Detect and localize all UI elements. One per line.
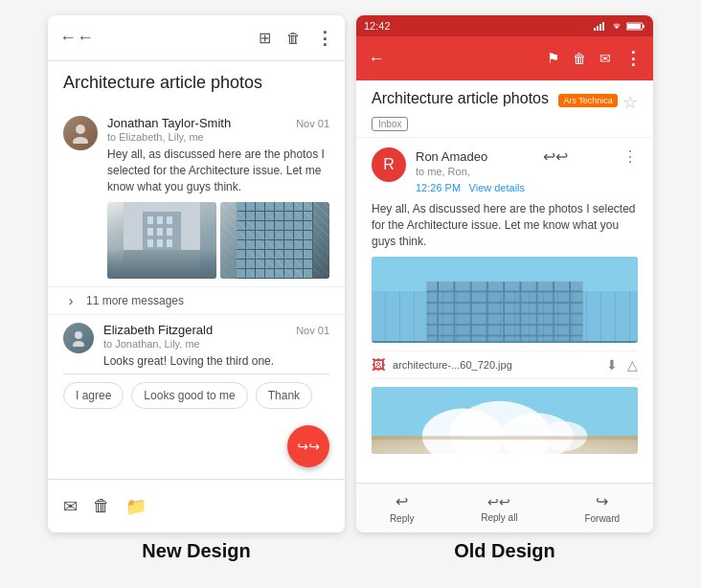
old-email-body: Hey all, As discussed here are the photo…	[372, 201, 638, 249]
glass-building-svg	[220, 202, 329, 279]
svg-point-40	[500, 414, 574, 455]
smart-reply-chip-1[interactable]: I agree	[63, 382, 124, 409]
svg-point-20	[75, 331, 82, 339]
avatar-2	[63, 323, 94, 353]
svg-rect-35	[372, 259, 638, 282]
old-photo-secondary	[372, 387, 638, 454]
email-meta-1: Jonathan Taylor-Smith Nov 01 to Elizabet…	[107, 116, 329, 279]
smart-reply-row: I agree Looks good to me Thank	[48, 374, 345, 417]
status-icons	[594, 21, 645, 31]
new-design-toolbar: ← ⊞ 🗑 ⋮	[48, 15, 345, 61]
email-date-1: Nov 01	[296, 118, 329, 129]
old-email-content: Architecture article photos Ars Technica…	[356, 80, 653, 483]
back-icon[interactable]: ←	[368, 49, 385, 69]
svg-rect-42	[372, 437, 638, 441]
forward-label: Forward	[584, 513, 620, 524]
old-email-time: 12:26 PM	[416, 182, 461, 193]
view-details-link[interactable]: View details	[469, 182, 526, 193]
sender-name-2: Elizabeth Fitzgerald	[103, 323, 213, 337]
old-email-meta: Ron Amadeo ↩↩ ⋮ to me, Ron, 12:26 PM Vie…	[416, 147, 638, 195]
forward-icon: ↪	[596, 492, 608, 510]
signal-icon	[594, 21, 607, 31]
photo-thumb-2	[220, 202, 329, 279]
svg-point-1	[73, 137, 88, 144]
svg-rect-37	[372, 437, 638, 453]
svg-point-21	[73, 341, 84, 347]
email-to-1: to Elizabeth, Lily, me	[107, 131, 329, 143]
svg-rect-30	[427, 282, 583, 341]
svg-rect-10	[147, 239, 153, 247]
old-email-item-1: R Ron Amadeo ↩↩ ⋮ to me, Ron, 12:26 PM V…	[356, 138, 653, 467]
old-email-row: R Ron Amadeo ↩↩ ⋮ to me, Ron, 12:26 PM V…	[372, 147, 638, 195]
battery-icon	[626, 21, 645, 31]
archive-icon[interactable]: 🗑	[93, 496, 110, 516]
compose-icon[interactable]: ✉	[63, 496, 78, 517]
smart-reply-chip-2[interactable]: Looks good to me	[131, 382, 247, 409]
mail-icon[interactable]: ✉	[599, 51, 611, 66]
reply-all-bottom-icon: ↩↩	[487, 494, 510, 509]
status-time: 12:42	[364, 20, 391, 32]
reply-label: Reply	[390, 513, 415, 524]
svg-rect-15	[237, 202, 313, 279]
download-icon[interactable]: ⬇	[606, 357, 618, 373]
chevron-down-icon: ›	[63, 293, 79, 308]
reply-all-icon: ↩↩	[297, 439, 320, 454]
svg-rect-23	[597, 26, 599, 31]
reply-all-icon[interactable]: ↩↩	[543, 147, 568, 166]
more-vert-email[interactable]: ⋮	[622, 147, 638, 166]
trash-icon-old[interactable]: 🗑	[573, 51, 586, 66]
old-subject-area: Architecture article photos Ars Technica…	[356, 80, 653, 138]
old-email-to: to me, Ron,	[416, 166, 638, 177]
email-to-2: to Jonathan, Lily, me	[103, 338, 329, 350]
back-icon[interactable]: ←	[59, 28, 94, 48]
reply-action[interactable]: ↩ Reply	[390, 492, 415, 524]
email-body-1: Hey all, as discussed here are the photo…	[107, 147, 329, 194]
svg-rect-14	[237, 202, 313, 279]
svg-rect-6	[167, 216, 172, 224]
grid-icon[interactable]: ⊞	[259, 29, 271, 47]
svg-rect-11	[157, 239, 163, 247]
toolbar-icon-group: ⊞ 🗑 ⋮	[259, 28, 333, 49]
svg-rect-25	[602, 22, 604, 31]
svg-rect-5	[157, 216, 163, 224]
email-content: Architecture article photos Jonathan	[48, 61, 345, 479]
trash-icon[interactable]: 🗑	[286, 30, 301, 46]
building-svg	[107, 202, 216, 279]
old-subject-row: Architecture article photos Ars Technica…	[372, 90, 638, 113]
svg-point-0	[76, 124, 85, 134]
label-icon[interactable]: 📁	[125, 496, 147, 517]
more-vert-icon[interactable]: ⋮	[316, 28, 333, 49]
svg-rect-27	[643, 25, 644, 28]
more-vert-icon-old[interactable]: ⋮	[624, 48, 642, 69]
flag-icon[interactable]: ⚑	[547, 50, 559, 67]
old-design-phone: 12:42 ←	[356, 15, 653, 532]
svg-rect-19	[237, 202, 313, 279]
email-thread-item-1: Jonathan Taylor-Smith Nov 01 to Elizabet…	[48, 108, 345, 286]
photo-thumb-1	[107, 202, 216, 279]
old-photo-main	[372, 257, 638, 343]
attachment-row: 🖼 architecture-...60_720.jpg ⬇ △	[372, 351, 638, 379]
smart-reply-chip-3[interactable]: Thank	[256, 382, 312, 409]
email-meta-2: Elizabeth Fitzgerald Nov 01 to Jonathan,…	[103, 323, 329, 370]
email-body-2: Looks great! Loving the third one.	[103, 353, 329, 370]
old-toolbar-icons: ⚑ 🗑 ✉ ⋮	[547, 48, 642, 69]
new-design-label: New Design	[48, 540, 345, 562]
person-icon	[70, 123, 91, 144]
svg-rect-4	[147, 216, 153, 224]
old-design-label: Old Design	[356, 540, 653, 562]
forward-action[interactable]: ↪ Forward	[584, 492, 620, 524]
reply-all-label: Reply all	[481, 512, 517, 523]
svg-rect-9	[167, 228, 172, 236]
old-subject-title: Architecture article photos	[372, 90, 549, 106]
svg-rect-13	[124, 250, 200, 279]
star-icon[interactable]: ☆	[622, 92, 638, 113]
sender-name-1: Jonathan Taylor-Smith	[107, 116, 231, 130]
more-messages-row[interactable]: › 11 more messages	[48, 286, 345, 315]
svg-rect-12	[167, 239, 172, 247]
svg-rect-28	[627, 24, 641, 29]
reply-all-action[interactable]: ↩↩ Reply all	[481, 494, 517, 523]
drive-icon[interactable]: △	[627, 357, 638, 373]
bottom-bar: ✉ 🗑 📁	[48, 479, 345, 532]
fab-reply-button[interactable]: ↩↩	[287, 425, 329, 467]
wifi-icon	[611, 21, 622, 31]
